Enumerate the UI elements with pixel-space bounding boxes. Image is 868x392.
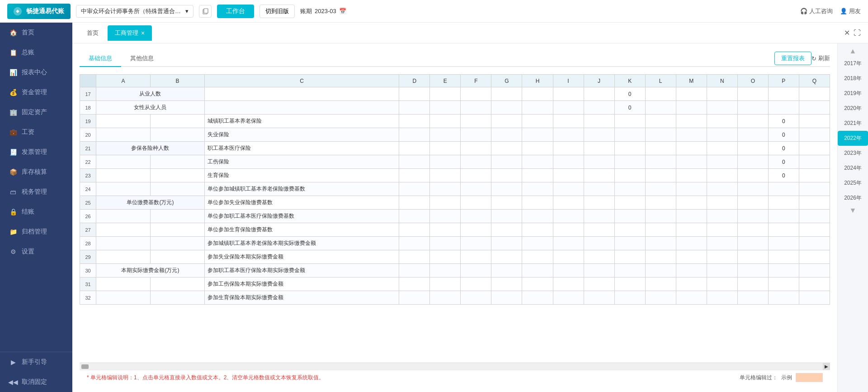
cell-21-c[interactable]: 职工基本医疗保险	[204, 142, 399, 155]
cell-17-p[interactable]	[768, 87, 799, 101]
cell-28-e[interactable]	[430, 237, 461, 250]
cell-25-p[interactable]	[768, 196, 799, 210]
cell-32-q[interactable]	[799, 291, 830, 305]
cell-18-i[interactable]	[553, 101, 584, 115]
cell-20-b[interactable]	[150, 128, 204, 142]
cell-17-o[interactable]	[737, 87, 768, 101]
cell-32-l[interactable]	[645, 291, 676, 305]
cell-19-a[interactable]	[96, 115, 151, 128]
cell-21-p[interactable]: 0	[768, 142, 799, 155]
cell-28-b[interactable]	[150, 237, 204, 250]
cell-29-a[interactable]	[96, 250, 151, 264]
cell-19-f[interactable]	[461, 115, 491, 128]
cell-23-f[interactable]	[461, 169, 491, 182]
cell-30-p[interactable]	[768, 264, 799, 277]
cell-27-d[interactable]	[399, 223, 430, 237]
cell-19-j[interactable]	[584, 115, 614, 128]
cell-29-c[interactable]: 参加失业保险本期实际缴费金额	[204, 250, 399, 264]
cell-25-l[interactable]	[645, 196, 676, 210]
sidebar-item-assets[interactable]: 🏢 固定资产	[0, 102, 72, 122]
cell-18-q[interactable]	[799, 101, 830, 115]
cell-24-q[interactable]	[799, 182, 830, 196]
cell-26-b[interactable]	[150, 210, 204, 223]
cell-27-a[interactable]	[96, 223, 151, 237]
cell-29-l[interactable]	[645, 250, 676, 264]
cell-26-g[interactable]	[491, 210, 522, 223]
cell-23-j[interactable]	[584, 169, 614, 182]
cell-26-l[interactable]	[645, 210, 676, 223]
cell-17-j[interactable]	[584, 87, 614, 101]
cell-31-j[interactable]	[584, 277, 614, 291]
cell-24-n[interactable]	[707, 182, 737, 196]
cell-20-k[interactable]	[614, 128, 645, 142]
cell-24-o[interactable]	[737, 182, 768, 196]
sidebar-item-guide[interactable]: ▶ 新手引导	[0, 352, 72, 372]
year-nav-down[interactable]: ▼	[846, 206, 860, 215]
cell-30-k[interactable]	[614, 264, 645, 277]
calendar-icon[interactable]: 📅	[339, 8, 346, 14]
cell-17-d[interactable]	[399, 87, 430, 101]
cell-23-i[interactable]	[553, 169, 584, 182]
cell-19-m[interactable]	[676, 115, 707, 128]
year-item-2020[interactable]: 2020年	[838, 101, 868, 116]
cell-30-n[interactable]	[707, 264, 737, 277]
cell-27-k[interactable]	[614, 223, 645, 237]
cell-23-b[interactable]	[150, 169, 204, 182]
cell-29-p[interactable]	[768, 250, 799, 264]
cell-22-l[interactable]	[645, 155, 676, 169]
cell-29-m[interactable]	[676, 250, 707, 264]
cell-20-d[interactable]	[399, 128, 430, 142]
cell-26-a[interactable]	[96, 210, 151, 223]
cell-30-d[interactable]	[399, 264, 430, 277]
cell-28-j[interactable]	[584, 237, 614, 250]
cell-28-a[interactable]	[96, 237, 151, 250]
cell-31-i[interactable]	[553, 277, 584, 291]
year-item-2025[interactable]: 2025年	[838, 176, 868, 191]
year-nav-up[interactable]: ▲	[846, 46, 860, 56]
cell-23-e[interactable]	[430, 169, 461, 182]
cell-18-l[interactable]	[645, 101, 676, 115]
cell-23-c[interactable]: 生育保险	[204, 169, 399, 182]
cell-27-b[interactable]	[150, 223, 204, 237]
cell-22-m[interactable]	[676, 155, 707, 169]
cell-17-a[interactable]: 从业人数	[96, 87, 205, 101]
h-scrollbar[interactable]: ▶	[80, 363, 830, 370]
cell-21-q[interactable]	[799, 142, 830, 155]
cell-20-i[interactable]	[553, 128, 584, 142]
service-button[interactable]: 🎧 人工咨询	[800, 7, 833, 15]
cell-21-d[interactable]	[399, 142, 430, 155]
cell-20-h[interactable]	[522, 128, 553, 142]
cell-32-o[interactable]	[737, 291, 768, 305]
cell-21-e[interactable]	[430, 142, 461, 155]
cell-26-k[interactable]	[614, 210, 645, 223]
cell-32-e[interactable]	[430, 291, 461, 305]
year-item-2023[interactable]: 2023年	[838, 146, 868, 161]
cell-32-n[interactable]	[707, 291, 737, 305]
spreadsheet-scroll[interactable]: A B C D E F G H I J	[80, 74, 830, 363]
cell-20-q[interactable]	[799, 128, 830, 142]
cell-20-j[interactable]	[584, 128, 614, 142]
cell-19-q[interactable]	[799, 115, 830, 128]
cell-24-j[interactable]	[584, 182, 614, 196]
cell-27-n[interactable]	[707, 223, 737, 237]
cell-31-h[interactable]	[522, 277, 553, 291]
sidebar-item-tax[interactable]: 🗃 税务管理	[0, 182, 72, 202]
cell-21-k[interactable]	[614, 142, 645, 155]
cell-28-l[interactable]	[645, 237, 676, 250]
cell-26-i[interactable]	[553, 210, 584, 223]
cell-28-i[interactable]	[553, 237, 584, 250]
year-item-2021[interactable]: 2021年	[838, 116, 868, 131]
cell-31-m[interactable]	[676, 277, 707, 291]
cell-21-o[interactable]	[737, 142, 768, 155]
cell-31-p[interactable]	[768, 277, 799, 291]
cell-32-h[interactable]	[522, 291, 553, 305]
tab-close-button[interactable]: ×	[141, 30, 145, 36]
cell-24-h[interactable]	[522, 182, 553, 196]
cell-28-p[interactable]	[768, 237, 799, 250]
cell-23-h[interactable]	[522, 169, 553, 182]
cell-24-m[interactable]	[676, 182, 707, 196]
cell-28-q[interactable]	[799, 237, 830, 250]
sidebar-item-ledger[interactable]: 📋 总账	[0, 43, 72, 62]
cell-27-h[interactable]	[522, 223, 553, 237]
cell-21-j[interactable]	[584, 142, 614, 155]
